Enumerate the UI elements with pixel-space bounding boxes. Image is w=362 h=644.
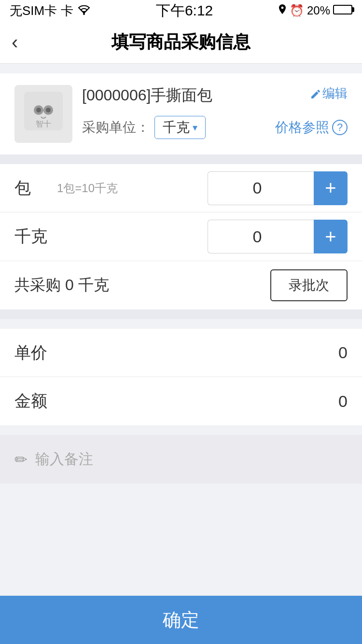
summary-text: 共采购 0 千克 — [14, 275, 109, 296]
bag-input-wrapper: + — [208, 171, 348, 205]
edit-button[interactable]: 编辑 — [310, 85, 348, 102]
product-card: 智十 [0000006]手撕面包 编辑 采购单位： 千克 ▾ 价格参照 ? — [0, 73, 362, 154]
notes-placeholder: 输入备注 — [35, 449, 93, 469]
summary-section: 共采购 0 千克 录批次 — [0, 261, 362, 309]
pencil-icon: ✏ — [14, 450, 28, 469]
status-left: 无SIM卡 卡 — [10, 2, 91, 19]
status-time: 下午6:12 — [156, 1, 213, 21]
product-image-placeholder: 智十 — [24, 92, 63, 136]
summary-unit: 千克 — [78, 276, 109, 294]
product-image: 智十 — [14, 85, 72, 143]
purchase-unit-row: 采购单位： 千克 ▾ 价格参照 ? — [82, 116, 348, 139]
summary-row: 共采购 0 千克 录批次 — [0, 261, 362, 309]
battery-icon — [333, 4, 352, 17]
bag-input-row: 包 1包=10千克 + — [0, 164, 362, 212]
location-icon — [278, 4, 287, 17]
price-section: 单价 0 金额 0 — [0, 329, 362, 425]
input-section: 包 1包=10千克 + 千克 + — [0, 164, 362, 261]
confirm-button[interactable]: 确定 — [163, 608, 199, 632]
unit-value: 千克 — [163, 118, 190, 137]
section-divider-2 — [0, 309, 362, 319]
notes-section[interactable]: ✏ 输入备注 — [0, 435, 362, 484]
kg-input-wrapper: + — [208, 220, 348, 253]
amount-value: 0 — [338, 392, 348, 411]
help-icon: ? — [332, 120, 348, 135]
status-bar: 无SIM卡 卡 下午6:12 ⏰ 20% — [0, 0, 362, 21]
sim-icon: 卡 — [61, 2, 73, 19]
svg-text:智十: 智十 — [36, 120, 51, 128]
unit-price-label: 单价 — [14, 342, 47, 364]
amount-label: 金额 — [14, 390, 47, 412]
page-title: 填写商品采购信息 — [111, 30, 251, 54]
dropdown-arrow-icon: ▾ — [193, 122, 197, 133]
purchase-unit-label: 采购单位： — [82, 118, 150, 137]
unit-price-value: 0 — [338, 343, 348, 362]
product-details: [0000006]手撕面包 编辑 采购单位： 千克 ▾ 价格参照 ? — [82, 85, 348, 139]
wifi-icon — [77, 3, 91, 18]
status-right: ⏰ 20% — [278, 4, 352, 17]
section-divider-1 — [0, 154, 362, 164]
batch-button[interactable]: 录批次 — [270, 269, 348, 301]
alarm-icon: ⏰ — [290, 4, 304, 17]
product-header: [0000006]手撕面包 编辑 — [82, 85, 348, 106]
back-button[interactable]: ‹ — [12, 31, 18, 53]
kg-plus-button[interactable]: + — [314, 220, 348, 253]
nav-bar: ‹ 填写商品采购信息 — [0, 21, 362, 64]
battery-percentage: 20% — [307, 4, 330, 17]
svg-point-5 — [46, 108, 51, 112]
unit-select[interactable]: 千克 ▾ — [154, 116, 206, 139]
unit-price-row: 单价 0 — [0, 329, 362, 377]
bag-sublabel: 1包=10千克 — [57, 181, 118, 196]
carrier-text: 无SIM卡 — [10, 2, 57, 19]
svg-point-0 — [83, 13, 85, 15]
bag-quantity-input[interactable] — [208, 171, 314, 205]
product-name: [0000006]手撕面包 — [82, 85, 212, 106]
confirm-bar[interactable]: 确定 — [0, 596, 362, 644]
bag-label: 包 — [14, 177, 53, 199]
svg-point-4 — [36, 108, 41, 112]
amount-row: 金额 0 — [0, 377, 362, 425]
kg-input-row: 千克 + — [0, 212, 362, 261]
price-ref-button[interactable]: 价格参照 ? — [275, 118, 348, 137]
summary-quantity: 0 — [65, 276, 74, 294]
kg-label: 千克 — [14, 225, 53, 248]
bag-plus-button[interactable]: + — [314, 171, 348, 205]
kg-quantity-input[interactable] — [208, 220, 314, 253]
